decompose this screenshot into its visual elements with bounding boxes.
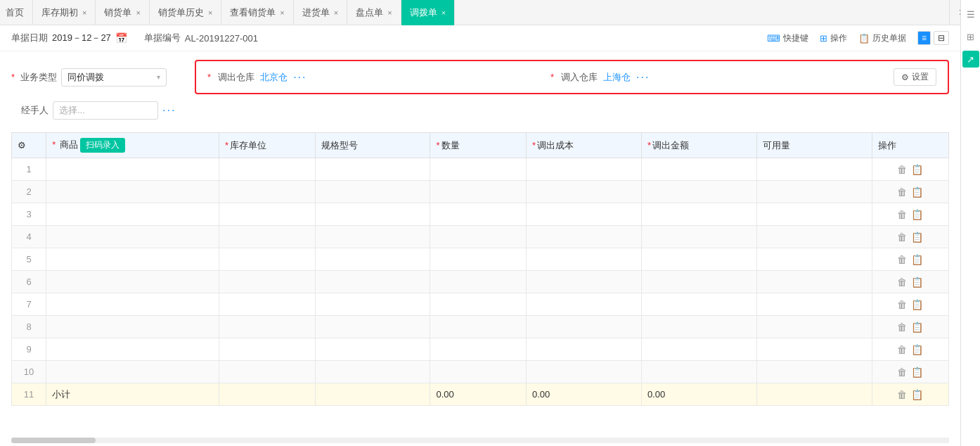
copy-row-button[interactable]: 📋	[911, 276, 923, 288]
copy-row-button[interactable]: 📋	[911, 389, 923, 400]
cell-product[interactable]	[46, 248, 219, 271]
sidebar-expand-icon[interactable]: ↗	[962, 51, 979, 68]
delete-row-button[interactable]: 🗑	[897, 209, 907, 220]
layout-list-button[interactable]: ≡	[917, 31, 931, 45]
toolbar: 单据日期 2019－12－27 📅 单据编号 AL-20191227-001 ⌨…	[0, 25, 960, 51]
handler-dots[interactable]: ···	[162, 104, 176, 117]
tab-purchase[interactable]: 进货单 ×	[294, 0, 347, 25]
main-table: ⚙ 商品 扫码录入 库存单位 规格型号 数量 调出成本 调出金额 可用量 操作	[11, 132, 949, 406]
table-row: 8🗑📋	[12, 316, 949, 338]
tab-close-sales-order[interactable]: ×	[136, 8, 140, 17]
operations-button[interactable]: ⊞ 操作	[820, 32, 847, 44]
cell-available	[756, 203, 872, 226]
cell-product: 小计	[46, 383, 219, 406]
copy-row-button[interactable]: 📋	[911, 186, 923, 198]
table-row: 7🗑📋	[12, 293, 949, 316]
cell-product[interactable]	[46, 181, 219, 203]
delete-row-button[interactable]: 🗑	[897, 276, 907, 288]
tab-sales-order[interactable]: 销货单 ×	[96, 0, 149, 25]
row-number: 7	[12, 293, 46, 316]
row-number: 10	[12, 361, 46, 383]
scroll-track[interactable]	[11, 438, 949, 443]
copy-row-button[interactable]: 📋	[911, 321, 923, 333]
row-number: 11	[12, 383, 46, 406]
tab-close-stocktake[interactable]: ×	[387, 8, 392, 17]
cell-product[interactable]	[46, 271, 219, 293]
cell-product[interactable]	[46, 361, 219, 383]
cell-unit	[219, 181, 315, 203]
cell-action: 🗑📋	[872, 316, 948, 338]
cell-available	[756, 226, 872, 248]
delete-row-button[interactable]: 🗑	[897, 299, 907, 310]
delete-row-button[interactable]: 🗑	[897, 164, 907, 175]
copy-row-button[interactable]: 📋	[911, 164, 923, 175]
delete-row-button[interactable]: 🗑	[897, 231, 907, 243]
cell-cost	[527, 338, 642, 361]
copy-row-button[interactable]: 📋	[911, 367, 923, 378]
gear-icon: ⚙	[901, 72, 909, 82]
tab-close-sales-history[interactable]: ×	[208, 8, 212, 17]
gear-header-icon[interactable]: ⚙	[18, 140, 26, 151]
history-button[interactable]: 📋 历史单据	[858, 32, 906, 44]
copy-row-button[interactable]: 📋	[911, 344, 923, 355]
cell-product[interactable]	[46, 203, 219, 226]
copy-row-button[interactable]: 📋	[911, 299, 923, 310]
cell-amount	[641, 226, 756, 248]
delete-row-button[interactable]: 🗑	[897, 321, 907, 333]
cell-spec	[315, 181, 430, 203]
business-type-select[interactable]: 同价调拨 ▾	[61, 68, 167, 87]
cell-amount: 0.00	[641, 383, 756, 406]
table-row: 2🗑📋	[12, 181, 949, 203]
sidebar-grid-icon[interactable]: ⊞	[962, 28, 979, 45]
quick-key-button[interactable]: ⌨ 快捷键	[767, 32, 808, 44]
table-row: 5🗑📋	[12, 248, 949, 271]
warehouse-out-dots[interactable]: ···	[293, 71, 307, 84]
cell-product[interactable]	[46, 226, 219, 248]
cell-cost: 0.00	[527, 383, 642, 406]
delete-row-button[interactable]: 🗑	[897, 389, 907, 400]
copy-row-button[interactable]: 📋	[911, 231, 923, 243]
settings-button[interactable]: ⚙ 设置	[894, 68, 936, 86]
delete-row-button[interactable]: 🗑	[897, 254, 907, 265]
cell-action: 🗑📋	[872, 248, 948, 271]
number-field: 单据编号 AL-20191227-001	[144, 32, 258, 44]
delete-row-button[interactable]: 🗑	[897, 367, 907, 378]
scan-button[interactable]: 扫码录入	[80, 138, 125, 153]
copy-row-button[interactable]: 📋	[911, 209, 923, 220]
tab-view-sales[interactable]: 查看销货单 ×	[221, 0, 293, 25]
cell-product[interactable]	[46, 338, 219, 361]
cell-amount	[641, 181, 756, 203]
cell-amount	[641, 203, 756, 226]
cell-product[interactable]	[46, 316, 219, 338]
calendar-icon[interactable]: 📅	[115, 32, 127, 44]
handler-placeholder: 选择...	[59, 104, 85, 117]
tab-sales-history[interactable]: 销货单历史 ×	[150, 0, 221, 25]
sidebar-menu-icon[interactable]: ☰	[962, 6, 979, 23]
tab-close-transfer[interactable]: ×	[441, 8, 446, 17]
cell-cost	[527, 181, 642, 203]
layout-grid-button[interactable]: ⊟	[934, 31, 949, 45]
date-value: 2019－12－27	[52, 32, 111, 44]
tab-stocktake[interactable]: 盘点单 ×	[347, 0, 401, 25]
warehouse-out-field: * 调出仓库 北京仓 ···	[207, 71, 528, 84]
cell-qty: 0.00	[430, 383, 527, 406]
row-number: 1	[12, 158, 46, 181]
tab-transfer[interactable]: 调拨单 ×	[401, 0, 455, 25]
tab-close-purchase[interactable]: ×	[334, 8, 338, 17]
col-gear: ⚙	[12, 133, 46, 158]
copy-row-button[interactable]: 📋	[911, 254, 923, 265]
cell-product[interactable]	[46, 293, 219, 316]
tab-close-inventory-init[interactable]: ×	[82, 8, 86, 17]
handler-field: 经手人 选择... ···	[11, 101, 176, 120]
tab-home[interactable]: 首页	[6, 0, 33, 25]
handler-select[interactable]: 选择...	[53, 101, 158, 120]
cell-product[interactable]	[46, 158, 219, 181]
cell-qty	[430, 203, 527, 226]
cell-available	[756, 383, 872, 406]
warehouse-in-dots[interactable]: ···	[636, 71, 650, 84]
tab-inventory-init[interactable]: 库存期初 ×	[33, 0, 96, 25]
tab-close-view-sales[interactable]: ×	[280, 8, 284, 17]
delete-row-button[interactable]: 🗑	[897, 186, 907, 198]
delete-row-button[interactable]: 🗑	[897, 344, 907, 355]
scroll-thumb[interactable]	[11, 438, 96, 443]
